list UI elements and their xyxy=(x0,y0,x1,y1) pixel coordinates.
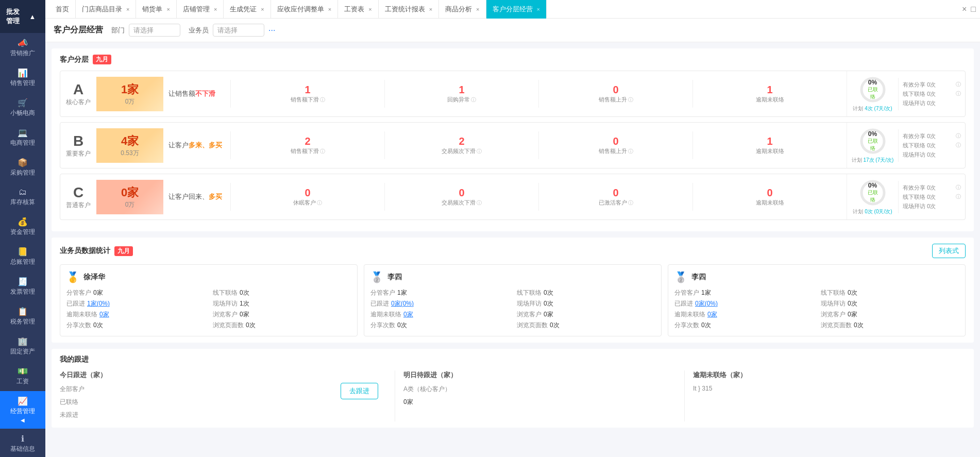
purchase-icon: 📦 xyxy=(18,158,28,167)
tab-close-icon[interactable]: × xyxy=(166,6,170,12)
list-view-button[interactable]: 列表式 xyxy=(932,244,966,258)
staff-filter: 业务员 请选择 ··· xyxy=(189,24,275,37)
tier-b-circle: 0% 已联络 计划 17次 (7天/次) xyxy=(847,123,898,168)
sidebar-item-label: 库存核算 xyxy=(2,198,43,207)
tab-payroll-report[interactable]: 工资统计报表 × xyxy=(379,0,439,19)
sidebar-item-finance[interactable]: 💰 资金管理 xyxy=(0,212,45,242)
finance-icon: 💰 xyxy=(18,217,28,226)
staff-row: 线下联络 0次 xyxy=(213,289,351,297)
tab-close-icon[interactable]: × xyxy=(537,6,540,12)
sidebar-item-purchase[interactable]: 📦 采购管理 xyxy=(0,153,45,182)
overdue-follow-title: 逾期未联络（家） xyxy=(693,370,966,380)
tab-bar-actions: × □ xyxy=(962,5,976,14)
circle-plan-c: 计划 0次 (0天/次) xyxy=(853,208,892,215)
sidebar-expand-arrow: ◀ xyxy=(21,417,25,423)
sidebar-item-management[interactable]: 📈 经营管理 ◀ xyxy=(0,391,45,429)
tier-b-stat-3[interactable]: 1 逾期未联络 xyxy=(692,131,847,159)
staff-row: 浏览页面数 0次 xyxy=(213,321,351,330)
tab-product-analysis[interactable]: 商品分析 × xyxy=(439,0,486,19)
ledger-icon: 📒 xyxy=(18,247,28,256)
today-follow-partial: 全部客户 xyxy=(60,383,332,396)
sidebar-item-sales[interactable]: 📊 销售管理 xyxy=(0,63,45,93)
tab-close-icon[interactable]: × xyxy=(429,6,432,12)
tier-b-action: 让客户多来、多买 xyxy=(163,136,230,155)
staff-row: 现场拜访 0次 xyxy=(821,299,959,308)
tier-b-right-stats: 有效分享 0次 ⓘ 线下联络 0次 ⓘ 现场拜访 0次 xyxy=(898,129,965,162)
dept-select[interactable]: 请选择 xyxy=(129,24,180,37)
sidebar-item-basic[interactable]: ℹ 基础信息 xyxy=(0,429,45,457)
marketing-icon: 📣 xyxy=(18,39,28,47)
tier-b-stat-2[interactable]: 0 销售额上升 ⓘ xyxy=(538,131,692,159)
staff-row: 浏览页面数 0次 xyxy=(517,321,655,330)
sidebar-item-inventory[interactable]: 🗂 库存核算 xyxy=(0,182,45,212)
tier-a-stat-3[interactable]: 1 逾期未联络 xyxy=(692,80,847,108)
sidebar-item-assets[interactable]: 🏢 固定资产 xyxy=(0,331,45,361)
tab-payroll[interactable]: 工资表 × xyxy=(338,0,378,19)
tax-icon: 📋 xyxy=(18,307,28,316)
sidebar-item-label: 基础信息 xyxy=(2,445,43,453)
tab-close-icon[interactable]: × xyxy=(126,6,129,12)
staff-card-header-2: 🥈 李四 xyxy=(674,271,959,283)
more-options-icon[interactable]: ··· xyxy=(268,26,275,35)
staff-row: 浏览客户 0家 xyxy=(821,310,959,319)
staff-section-header: 业务员数据统计 九月 列表式 xyxy=(60,244,966,258)
tab-home[interactable]: 首页 xyxy=(49,0,76,19)
tier-a-count[interactable]: 1家 0万 xyxy=(96,77,163,111)
go-follow-area: 去跟进 xyxy=(332,370,386,399)
tab-close-icon[interactable]: × xyxy=(476,6,479,12)
tab-store-products[interactable]: 门店商品目录 × xyxy=(76,0,136,19)
sidebar-item-ecom[interactable]: 💻 电商管理 xyxy=(0,123,45,153)
sidebar-item-tax[interactable]: 📋 税务管理 xyxy=(0,301,45,331)
staff-row: 线下联络 0次 xyxy=(517,289,655,297)
sidebar-item-marketing[interactable]: 📣 营销推广 xyxy=(0,33,45,63)
tier-c-stat-0[interactable]: 0 休眠客户 ⓘ xyxy=(230,183,384,211)
tier-b-count[interactable]: 4家 0.53万 xyxy=(96,128,163,163)
follow-section: 我的跟进 今日跟进（家） 全部客户 已联络 未跟进 xyxy=(52,349,974,428)
payroll-icon: 💵 xyxy=(18,367,28,376)
tier-b-stat-0[interactable]: 2 销售额下滑 ⓘ xyxy=(230,131,384,159)
sidebar: 批发管理 ▲ 📣 营销推广 📊 销售管理 🛒 小畅电商 💻 电商管理 📦 采购管… xyxy=(0,0,45,457)
staff-row: 浏览页面数 0次 xyxy=(821,321,959,330)
tab-close-all-icon[interactable]: × xyxy=(962,5,967,14)
tab-voucher[interactable]: 生成凭证 × xyxy=(224,0,271,19)
tier-b-stat-1[interactable]: 2 交易频次下滑 ⓘ xyxy=(384,131,538,159)
sidebar-item-ecom-small[interactable]: 🛒 小畅电商 xyxy=(0,93,45,123)
ecom-small-icon: 🛒 xyxy=(18,98,28,107)
sidebar-item-payroll[interactable]: 💵 工资 xyxy=(0,361,45,391)
tab-close-icon[interactable]: × xyxy=(328,6,331,12)
tomorrow-tier-val: 0家 xyxy=(403,396,676,409)
tier-c-stat-3[interactable]: 0 逾期未联络 xyxy=(692,183,847,211)
sidebar-item-invoice[interactable]: 🧾 发票管理 xyxy=(0,272,45,301)
sidebar-item-label: 固定资产 xyxy=(2,347,43,356)
tier-a-stats: 1 销售额下滑 ⓘ 1 回购异常 ⓘ 0 销售额上升 ⓘ 1 逾期未联络 xyxy=(230,80,847,108)
sidebar-header[interactable]: 批发管理 ▲ xyxy=(0,0,45,33)
staff-row: 浏览客户 0家 xyxy=(517,310,655,319)
tab-sales-order[interactable]: 销货单 × xyxy=(136,0,176,19)
tab-customer-tier[interactable]: 客户分层经营 × xyxy=(486,0,547,19)
sidebar-item-label: 工资 xyxy=(2,377,43,386)
tab-close-icon[interactable]: × xyxy=(214,6,217,12)
staff-card-1: 🥈 李四 分管客户 1家 线下联络 0次 已跟进 xyxy=(364,264,662,336)
tier-a-stat-1[interactable]: 1 回购异常 ⓘ xyxy=(384,80,538,108)
tab-maximize-icon[interactable]: □ xyxy=(971,5,976,14)
content-area: 客户分层经营 部门 请选择 业务员 请选择 ··· 客户分层 九月 xyxy=(45,19,980,457)
staff-label: 业务员 xyxy=(189,26,209,35)
sidebar-item-label: 销售管理 xyxy=(2,79,43,88)
tab-adjustment[interactable]: 应收应付调整单 × xyxy=(271,0,338,19)
tier-c-row: C 普通客户 0家 0万 让客户回来、多买 0 休眠客户 ⓘ 0 xyxy=(60,174,966,220)
tab-close-icon[interactable]: × xyxy=(261,6,264,12)
staff-card-header-0: 🥇 徐泽华 xyxy=(66,271,351,283)
sidebar-collapse-icon[interactable]: ▲ xyxy=(23,13,42,21)
staff-select[interactable]: 请选择 xyxy=(213,24,264,37)
tier-c-count[interactable]: 0家 0万 xyxy=(96,180,163,214)
tab-close-icon[interactable]: × xyxy=(368,6,371,12)
sidebar-item-ledger[interactable]: 📒 总账管理 xyxy=(0,242,45,272)
follow-section-title: 我的跟进 xyxy=(60,355,966,364)
tier-c-label: C 普通客户 xyxy=(60,179,96,215)
tier-c-stat-1[interactable]: 0 交易频次下滑 ⓘ xyxy=(384,183,538,211)
tier-a-stat-2[interactable]: 0 销售额上升 ⓘ xyxy=(538,80,692,108)
tier-a-stat-0[interactable]: 1 销售额下滑 ⓘ xyxy=(230,80,384,108)
tier-c-stat-2[interactable]: 0 已激活客户 ⓘ xyxy=(538,183,692,211)
tab-store-mgmt[interactable]: 店铺管理 × xyxy=(177,0,224,19)
go-follow-button[interactable]: 去跟进 xyxy=(341,383,378,399)
